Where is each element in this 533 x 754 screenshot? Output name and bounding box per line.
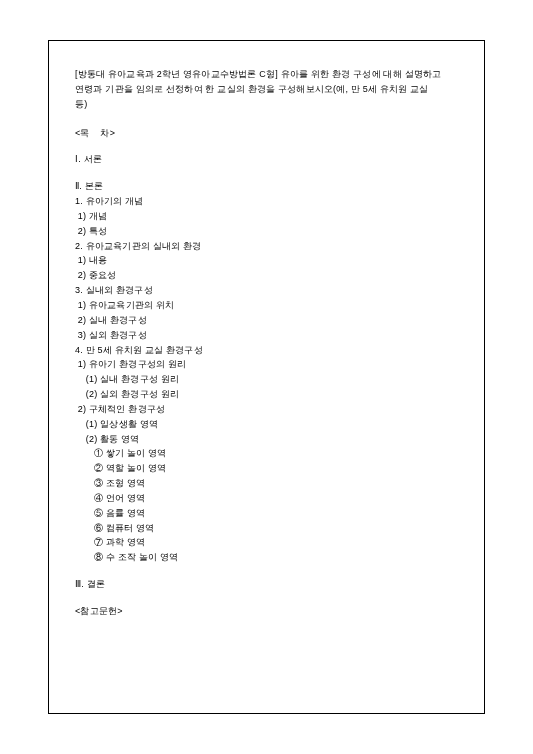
title-line-3: 등) [75,97,458,112]
toc-item: ⑥ 컴퓨터 영역 [75,521,458,536]
toc-item: 4. 만 5세 유치원 교실 환경구성 [75,343,458,358]
toc-item: 2) 특성 [75,224,458,239]
title-line-1: [방통대 유아교육과 2학년 영유아교수방법론 C형] 유아를 위한 환경 구성… [75,67,458,82]
toc-item: (2) 활동 영역 [75,432,458,447]
toc-item: 2) 실내 환경구성 [75,313,458,328]
toc-item: ② 역할 놀이 영역 [75,461,458,476]
toc-item: (1) 실내 환경구성 원리 [75,372,458,387]
document-title: [방통대 유아교육과 2학년 영유아교수방법론 C형] 유아를 위한 환경 구성… [75,67,458,112]
toc-item: 2) 중요성 [75,268,458,283]
toc-item: 1) 내용 [75,253,458,268]
section-references: <참고문헌> [75,604,458,619]
toc-header: <목 차> [75,126,458,141]
toc-item: 3. 실내외 환경구성 [75,283,458,298]
toc-item: ⑧ 수 조작 놀이 영역 [75,550,458,565]
toc-item: 2) 구체적인 환경구성 [75,402,458,417]
section-2-heading: Ⅱ. 본론 [75,179,458,194]
section-intro: Ⅰ. 서론 [75,152,458,167]
toc-item: 1. 유아기의 개념 [75,194,458,209]
toc-item: 1) 유아교육기관의 위치 [75,298,458,313]
section-conclusion: Ⅲ. 결론 [75,577,458,592]
document-page: [방통대 유아교육과 2학년 영유아교수방법론 C형] 유아를 위한 환경 구성… [48,40,485,714]
toc-item: ⑤ 음률 영역 [75,506,458,521]
toc-item: 3) 실외 환경구성 [75,328,458,343]
section-body: Ⅱ. 본론 1. 유아기의 개념 1) 개념 2) 특성 2. 유아교육기관의 … [75,179,458,565]
toc-item: ① 쌓기 놀이 영역 [75,446,458,461]
toc-item: ④ 언어 영역 [75,491,458,506]
toc-item: ⑦ 과학 영역 [75,535,458,550]
toc-item: (1) 일상생활 영역 [75,417,458,432]
title-line-2: 연령과 기관을 임의로 선정하여 한 교실의 환경을 구성해보시오(예, 만 5… [75,82,458,97]
toc-item: (2) 실외 환경구성 원리 [75,387,458,402]
toc-item: 1) 유아기 환경구성의 원리 [75,357,458,372]
toc-item: 2. 유아교육기관의 실내외 환경 [75,239,458,254]
toc-item: ③ 조형 영역 [75,476,458,491]
section-1-heading: Ⅰ. 서론 [75,152,458,167]
section-3-heading: Ⅲ. 결론 [75,577,458,592]
toc-item: 1) 개념 [75,209,458,224]
references-heading: <참고문헌> [75,604,458,619]
